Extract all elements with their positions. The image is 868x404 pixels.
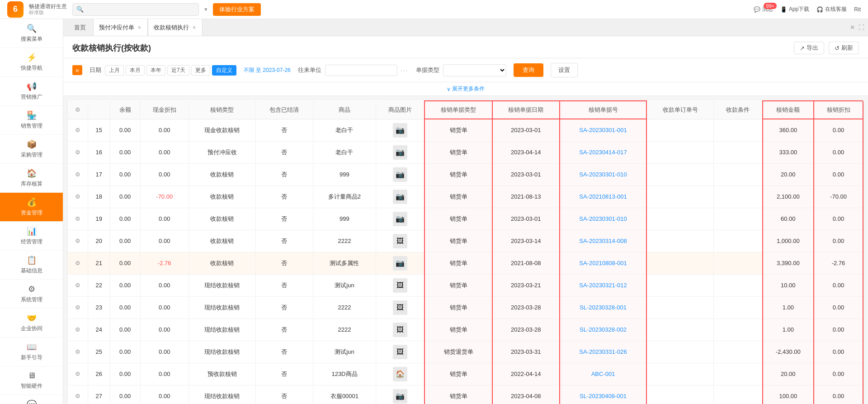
cell-product-8: 2222 xyxy=(313,296,376,318)
col-writeoff-type-header: 核销类型 xyxy=(189,101,255,119)
cell-writeoff-bill-no-7[interactable]: SA-20230321-012 xyxy=(560,274,646,296)
online-service-button[interactable]: 🎧 在线客服 xyxy=(816,5,847,13)
cell-writeoff-bill-no-9[interactable]: SL-20230328-002 xyxy=(560,318,646,341)
cell-writeoff-bill-type-4: 销货单 xyxy=(425,208,492,230)
sidebar-icon-inventory: 🏠 xyxy=(27,168,37,178)
filter-expand-button[interactable]: » xyxy=(72,65,82,75)
window-close-icon[interactable]: ✕ xyxy=(850,24,855,31)
date-btn-this-year[interactable]: 本年 xyxy=(146,65,165,76)
cell-gear-5[interactable]: ⚙ xyxy=(68,230,88,252)
date-btn-this-month[interactable]: 本月 xyxy=(126,65,145,76)
date-btn-7days[interactable]: 近7天 xyxy=(167,65,189,76)
tab-prepay[interactable]: 预付冲应付单 × xyxy=(93,19,148,36)
cell-gear-1[interactable]: ⚙ xyxy=(68,141,88,163)
sidebar-item-sales[interactable]: 🏪 销售管理 xyxy=(0,106,63,135)
cell-gear-8[interactable]: ⚙ xyxy=(68,296,88,318)
date-btn-custom[interactable]: 自定义 xyxy=(212,65,236,76)
cell-cash-discount-5: 0.00 xyxy=(140,230,189,252)
cell-writeoff-bill-date-3: 2021-08-13 xyxy=(492,185,560,208)
cell-writeoff-bill-no-11[interactable]: ABC-001 xyxy=(560,363,646,385)
app-download-button[interactable]: 📱 App下载 xyxy=(780,5,809,13)
cell-included-5: 否 xyxy=(255,230,313,252)
expand-more-button[interactable]: ∨ 展开更多条件 xyxy=(447,85,485,93)
cell-writeoff-bill-type-0: 销货单 xyxy=(425,119,492,141)
cell-writeoff-bill-no-3[interactable]: SA-20210813-001 xyxy=(560,185,646,208)
sidebar-item-guide[interactable]: 📖 新手引导 xyxy=(0,337,63,366)
top-search-box[interactable]: 🔍 xyxy=(72,3,199,16)
tab-prepay-close[interactable]: × xyxy=(137,24,142,32)
sidebar-item-operation[interactable]: 📊 经营管理 xyxy=(0,222,63,251)
settings-button[interactable]: 设置 xyxy=(551,63,578,77)
cell-product-img-7: 🖼 xyxy=(376,274,425,296)
sidebar-item-cooperation[interactable]: 🤝 企业协同 xyxy=(0,309,63,337)
user-menu[interactable]: Rit xyxy=(854,6,861,13)
sidebar-item-purchase[interactable]: 📦 采购管理 xyxy=(0,135,63,164)
cell-writeoff-bill-no-8[interactable]: SL-20230328-001 xyxy=(560,296,646,318)
cell-balance-11: 0.00 xyxy=(110,363,140,385)
col-product-header: 商品 xyxy=(313,101,376,119)
window-maximize-icon[interactable]: ⛶ xyxy=(859,24,864,31)
table-row: ⚙ 27 0.00 0.00 现结收款核销 否 衣服00001 📷 销货单 20… xyxy=(68,385,863,404)
cell-gear-3[interactable]: ⚙ xyxy=(68,185,88,208)
sidebar-item-hardware[interactable]: 🖥 智能硬件 xyxy=(0,366,63,395)
tab-receipt[interactable]: 收款核销执行 × xyxy=(148,19,203,36)
cell-writeoff-bill-no-5[interactable]: SA-20230314-008 xyxy=(560,230,646,252)
date-btn-more[interactable]: 更多 xyxy=(191,65,210,76)
sidebar-item-system[interactable]: ⚙ 系统管理 xyxy=(0,280,63,309)
page-title: 收款核销执行(按收款) xyxy=(72,43,151,53)
cell-writeoff-bill-no-2[interactable]: SA-20230301-010 xyxy=(560,163,646,185)
cell-gear-2[interactable]: ⚙ xyxy=(68,163,88,185)
cell-writeoff-bill-no-12[interactable]: SL-20230408-001 xyxy=(560,385,646,404)
cell-writeoff-bill-no-10[interactable]: SA-20230331-026 xyxy=(560,341,646,363)
sidebar-item-fund[interactable]: 💰 资金管理 xyxy=(0,193,63,222)
refresh-button[interactable]: ↺ 刷新 xyxy=(829,42,859,54)
message-button[interactable]: 💬 消息 99+ xyxy=(754,5,773,13)
cell-gear-11[interactable]: ⚙ xyxy=(68,363,88,385)
cell-writeoff-bill-no-1[interactable]: SA-20230414-017 xyxy=(560,141,646,163)
sidebar-item-wechat[interactable]: 💬 企业微信 xyxy=(0,395,63,404)
cell-writeoff-type-6: 收款核销 xyxy=(189,252,255,274)
tab-receipt-close[interactable]: × xyxy=(192,24,197,32)
cell-included-9: 否 xyxy=(255,318,313,341)
cell-writeoff-bill-date-11: 2022-04-14 xyxy=(492,363,560,385)
sidebar-item-shortcut[interactable]: ⚡ 快捷导航 xyxy=(0,48,63,77)
sidebar-label-shortcut: 快捷导航 xyxy=(21,64,42,72)
date-btn-last-month[interactable]: 上月 xyxy=(105,65,124,76)
solution-button[interactable]: 体验行业方案 xyxy=(213,3,261,16)
cell-writeoff-bill-no-6[interactable]: SA-20210808-001 xyxy=(560,252,646,274)
table-settings-icon[interactable]: ⚙ xyxy=(75,106,80,113)
cell-writeoff-type-10: 现结收款核销 xyxy=(189,341,255,363)
cell-gear-12[interactable]: ⚙ xyxy=(68,385,88,404)
cell-balance-7: 0.00 xyxy=(110,274,140,296)
cell-gear-10[interactable]: ⚙ xyxy=(68,341,88,363)
sidebar-item-inventory[interactable]: 🏠 库存核算 xyxy=(0,164,63,193)
sidebar-item-search[interactable]: 🔍 搜索菜单 xyxy=(0,19,63,48)
cell-writeoff-discount-9: 0.00 xyxy=(814,318,863,341)
sidebar-item-basic[interactable]: 📋 基础信息 xyxy=(0,251,63,280)
unit-input[interactable] xyxy=(325,65,397,76)
cell-writeoff-type-4: 收款核销 xyxy=(189,208,255,230)
cell-writeoff-bill-no-0[interactable]: SA-20230301-001 xyxy=(560,119,646,141)
cell-writeoff-bill-type-12: 销货单 xyxy=(425,385,492,404)
receipt-type-select[interactable] xyxy=(443,64,506,76)
cell-cash-discount-8: 0.00 xyxy=(140,296,189,318)
cell-gear-4[interactable]: ⚙ xyxy=(68,208,88,230)
cell-gear-6[interactable]: ⚙ xyxy=(68,252,88,274)
cell-gear-9[interactable]: ⚙ xyxy=(68,318,88,341)
cell-writeoff-discount-0: 0.00 xyxy=(814,119,863,141)
cell-gear-0[interactable]: ⚙ xyxy=(68,119,88,141)
app-layout: 🔍 搜索菜单 ⚡ 快捷导航 📢 营销推广 🏪 销售管理 📦 采购管理 🏠 库存核… xyxy=(0,19,868,404)
cell-writeoff-bill-no-4[interactable]: SA-20230301-010 xyxy=(560,208,646,230)
cell-writeoff-bill-type-7: 销货单 xyxy=(425,274,492,296)
cell-writeoff-amount-8: 1.00 xyxy=(763,296,814,318)
query-button[interactable]: 查询 xyxy=(514,63,543,77)
export-button[interactable]: ↗ 导出 xyxy=(794,42,824,54)
cell-writeoff-bill-date-7: 2023-03-21 xyxy=(492,274,560,296)
cell-writeoff-bill-type-2: 销货单 xyxy=(425,163,492,185)
export-icon: ↗ xyxy=(800,45,805,52)
cell-gear-7[interactable]: ⚙ xyxy=(68,274,88,296)
tab-home[interactable]: 首页 xyxy=(67,19,93,36)
cell-product-img-6: 📷 xyxy=(376,252,425,274)
col-included-header: 包含已结清 xyxy=(255,101,313,119)
sidebar-item-marketing[interactable]: 📢 营销推广 xyxy=(0,77,63,106)
